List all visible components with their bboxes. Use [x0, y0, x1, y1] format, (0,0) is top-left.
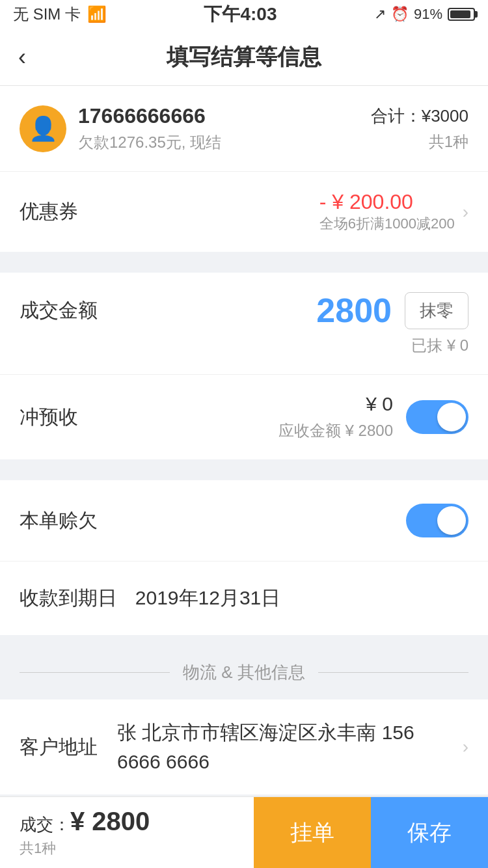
- prepayment-sub: 应收金额 ¥ 2800: [278, 420, 393, 441]
- coupon-chevron-icon: ›: [463, 202, 468, 223]
- prepayment-label: 冲预收: [20, 404, 78, 431]
- amount-label: 成交金额: [20, 297, 98, 324]
- prepayment-toggle[interactable]: [406, 400, 468, 434]
- customer-right: 合计：¥3000 共1种: [371, 105, 468, 152]
- logistics-line-right: [318, 672, 468, 673]
- battery-percent: 91%: [414, 6, 442, 23]
- status-right: ↗ ⏰ 91%: [374, 6, 475, 23]
- gps-icon: ↗: [374, 6, 386, 23]
- section-divider-2: [0, 470, 488, 480]
- bottom-bar: 成交： ¥ 2800 共1种 挂单 保存: [0, 796, 488, 868]
- back-button[interactable]: ‹: [18, 44, 26, 71]
- status-bar: 无 SIM 卡 📶 下午4:03 ↗ ⏰ 91%: [0, 0, 488, 29]
- logistics-divider: 物流 & 其他信息: [0, 645, 488, 699]
- section-divider-1: [0, 262, 488, 273]
- address-label: 客户地址: [20, 734, 98, 761]
- bottom-info: 成交： ¥ 2800 共1种: [0, 807, 254, 858]
- coupon-amount: - ¥ 200.00: [319, 190, 455, 214]
- debt-toggle[interactable]: [406, 504, 468, 537]
- prepayment-row: 冲预收 ¥ 0 应收金额 ¥ 2800: [0, 374, 488, 459]
- content: 👤 17666666666 欠款1276.35元, 现结 合计：¥3000 共1…: [0, 86, 488, 868]
- wifi-icon: 📶: [87, 5, 107, 23]
- round-button[interactable]: 抹零: [405, 292, 468, 329]
- battery-icon: [448, 8, 475, 21]
- due-date-row: 收款到期日 2019年12月31日: [0, 561, 488, 635]
- coupon-description: 全场6折满1000减200: [319, 214, 455, 234]
- bottom-price-value: ¥ 2800: [70, 807, 150, 836]
- due-date-value: 2019年12月31日: [135, 587, 280, 608]
- customer-sub-text: 欠款1276.35元, 现结: [78, 132, 221, 153]
- amount-card: 成交金额 2800 抹零 已抹 ¥ 0 冲预收 ¥ 0 应收金额 ¥ 2800: [0, 273, 488, 459]
- carrier-text: 无 SIM 卡: [13, 4, 81, 25]
- address-content: 张 北京市市辖区海淀区永丰南 156 6666 6666: [117, 718, 456, 776]
- nav-bar: ‹ 填写结算等信息: [0, 29, 488, 86]
- logistics-line-left: [20, 672, 170, 673]
- bottom-count: 共1种: [20, 839, 234, 858]
- total-count: 共1种: [371, 131, 468, 152]
- alarm-icon: ⏰: [391, 6, 409, 23]
- status-left: 无 SIM 卡 📶: [13, 4, 107, 25]
- coupon-label: 优惠券: [20, 198, 78, 225]
- prepayment-right: ¥ 0 应收金额 ¥ 2800: [278, 393, 393, 441]
- customer-info: 17666666666 欠款1276.35元, 现结: [78, 104, 221, 153]
- bottom-price-row: 成交： ¥ 2800: [20, 807, 234, 836]
- prepayment-amount: ¥ 0: [366, 393, 393, 415]
- debt-row: 本单赊欠: [0, 480, 488, 561]
- amount-sub-text: 已抹 ¥ 0: [20, 335, 468, 356]
- customer-phone: 17666666666: [78, 104, 221, 128]
- debt-label: 本单赊欠: [20, 508, 98, 534]
- amount-section: 成交金额 2800 抹零 已抹 ¥ 0: [0, 273, 488, 374]
- amount-row: 成交金额 2800 抹零: [20, 291, 468, 330]
- customer-left: 👤 17666666666 欠款1276.35元, 现结: [20, 104, 221, 153]
- customer-row: 👤 17666666666 欠款1276.35元, 现结 合计：¥3000 共1…: [0, 86, 488, 171]
- status-time: 下午4:03: [204, 2, 277, 27]
- due-date-label: 收款到期日: [20, 587, 117, 608]
- debt-card: 本单赊欠 收款到期日 2019年12月31日: [0, 480, 488, 635]
- amount-right: 2800 抹零: [316, 291, 468, 330]
- amount-value: 2800: [316, 291, 392, 330]
- bottom-deal-label: 成交：: [20, 813, 70, 836]
- hang-button[interactable]: 挂单: [254, 797, 371, 869]
- page-title: 填写结算等信息: [167, 42, 321, 72]
- customer-card: 👤 17666666666 欠款1276.35元, 现结 合计：¥3000 共1…: [0, 86, 488, 252]
- address-chevron-icon: ›: [463, 737, 468, 757]
- coupon-right: - ¥ 200.00 全场6折满1000减200 ›: [319, 190, 468, 234]
- address-row[interactable]: 客户地址 张 北京市市辖区海淀区永丰南 156 6666 6666 ›: [0, 699, 488, 794]
- avatar: 👤: [20, 105, 66, 152]
- coupon-row[interactable]: 优惠券 - ¥ 200.00 全场6折满1000减200 ›: [0, 171, 488, 252]
- logistics-text: 物流 & 其他信息: [183, 661, 305, 684]
- avatar-icon: 👤: [29, 115, 58, 142]
- total-label: 合计：¥3000: [371, 105, 468, 128]
- save-button[interactable]: 保存: [371, 797, 488, 869]
